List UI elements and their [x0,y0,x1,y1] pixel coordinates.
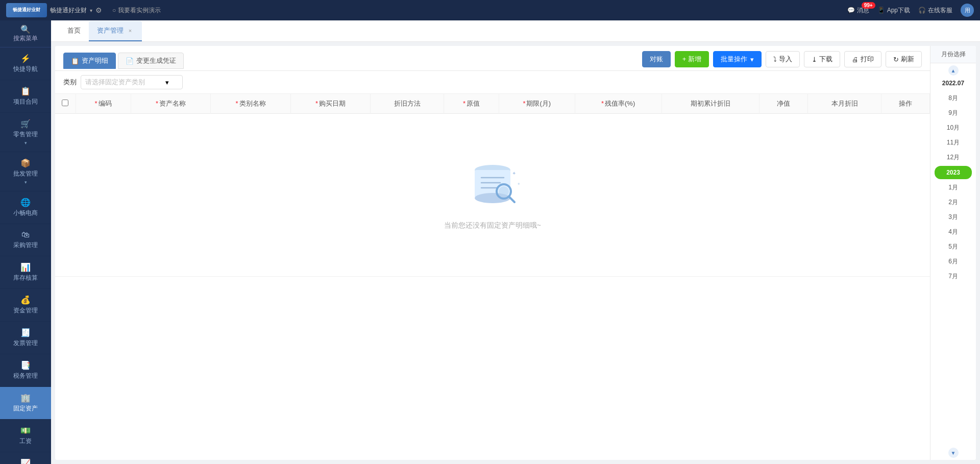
download-icon: 📱 [877,7,885,14]
category-filter-select[interactable]: 请选择固定资产类别 ▾ [81,75,183,89]
sidebar-item-project[interactable]: 📋 项目合同 [0,80,51,113]
month-up-button[interactable]: ▲ [948,65,959,76]
sidebar-item-quick-nav[interactable]: ⚡ 快捷导航 [0,47,51,80]
month-list: 8月 9月 10月 11月 12月 2023 1月 2月 3月 4月 5月 6月… [930,89,976,446]
sidebar-item-label: 小畅电商 [13,209,38,217]
sidebar-item-wholesale[interactable]: 📦 批发管理 ▾ [0,152,51,191]
month-item-7[interactable]: 7月 [930,269,976,284]
sidebar-item-search[interactable]: 🔍 搜索菜单 [0,20,51,47]
empty-illustration: ✦ ✦ [462,160,523,211]
month-nav-down[interactable]: ▼ [930,446,976,460]
add-button[interactable]: + 新增 [675,51,709,67]
svg-text:✦: ✦ [517,182,521,186]
page-content: 📋 资产明细 📄 变更生成凭证 对账 + 新增 [55,46,976,460]
table-header-accumulated-depreciation: 期初累计折旧 [662,94,760,114]
filter-placeholder: 请选择固定资产类别 [85,78,145,87]
batch-operation-button[interactable]: 批量操作 ▾ [713,51,762,67]
main-layout: 🔍 搜索菜单 ⚡ 快捷导航 📋 项目合同 🛒 零售管理 ▾ 📦 批发管理 ▾ 🌐… [0,20,980,464]
retail-arrow-icon: ▾ [24,140,27,145]
month-item-8[interactable]: 8月 [930,91,976,106]
table-header-original-value: *原值 [444,94,499,114]
month-down-button[interactable]: ▼ [948,448,959,458]
month-item-1[interactable]: 1月 [930,180,976,195]
sidebar-item-label: 资金管理 [13,306,38,315]
download-button[interactable]: ⤓ 下载 [804,51,840,67]
sidebar-item-operations[interactable]: 📈 经营管理 [0,452,51,464]
operations-icon: 📈 [20,458,31,464]
project-icon: 📋 [20,86,31,96]
demo-button[interactable]: ○ 我要看实例演示 [112,6,161,15]
empty-state-cell: ✦ ✦ 当前您还没有固定资产明细哦~ [55,114,930,277]
sidebar-item-label: 搜索菜单 [4,34,47,43]
batch-dropdown-icon: ▾ [750,56,754,63]
user-avatar[interactable]: 用 [961,4,974,17]
month-item-year-2023[interactable]: 2023 [935,166,972,179]
demo-icon: ○ [112,7,116,14]
sub-tab-asset-detail[interactable]: 📋 资产明细 [63,53,116,69]
sidebar-item-inventory[interactable]: 📊 库存核算 [0,256,51,289]
table-header-purchase-date: *购买日期 [290,94,371,114]
table-header-period: *期限(月) [499,94,575,114]
app-download-button[interactable]: 📱 App下载 [877,6,910,15]
message-badge: 99+ [862,2,875,9]
inner-content: 📋 资产明细 📄 变更生成凭证 对账 + 新增 [55,46,930,460]
month-nav-up[interactable]: ▲ [930,63,976,78]
month-item-2[interactable]: 2月 [930,195,976,210]
month-item-10[interactable]: 10月 [930,120,976,135]
company-name: 畅捷通好业财 [50,6,87,15]
print-button[interactable]: 🖨 打印 [844,51,881,67]
table-header-residual-rate: *残值率(%) [575,94,662,114]
import-icon: ⤵ [773,56,777,63]
message-button[interactable]: 💬 消息 99+ [847,6,869,15]
table-header-checkbox [55,94,76,114]
refresh-button[interactable]: ↻ 刷新 [886,51,922,67]
tab-close-icon[interactable]: × [127,27,134,34]
select-all-checkbox[interactable] [62,100,68,106]
sidebar-item-purchase[interactable]: 🛍 采购管理 [0,224,51,256]
filter-bar: 类别 请选择固定资产类别 ▾ [55,71,930,94]
sidebar-item-retail[interactable]: 🛒 零售管理 ▾ [0,113,51,152]
online-service-button[interactable]: 🎧 在线客服 [918,6,952,15]
month-item-3[interactable]: 3月 [930,210,976,225]
download-icon: ⤓ [812,56,817,63]
sidebar-item-salary[interactable]: 💵 工资 [0,420,51,452]
topbar: 畅捷通好业财 畅捷通好业财 ▾ ⚙ ○ 我要看实例演示 💬 消息 99+ 📱 A… [0,0,980,20]
import-button[interactable]: ⤵ 导入 [766,51,800,67]
assets-icon: 🏢 [20,393,31,403]
table-header-name: *资产名称 [131,94,211,114]
sidebar-item-finance[interactable]: 💰 资金管理 [0,289,51,322]
message-icon: 💬 [847,7,855,14]
month-item-11[interactable]: 11月 [930,135,976,150]
asset-detail-icon: 📋 [71,57,79,65]
month-item-4[interactable]: 4月 [930,225,976,239]
sidebar-item-tax[interactable]: 📑 税务管理 [0,354,51,387]
sub-tab-change-voucher[interactable]: 📄 变更生成凭证 [118,53,184,69]
invoice-icon: 🧾 [20,328,31,337]
change-voucher-icon: 📄 [126,57,134,65]
settings-icon[interactable]: ⚙ [95,6,102,14]
tab-assets-mgmt[interactable]: 资产管理 × [89,21,142,41]
purchase-icon: 🛍 [21,230,30,239]
table-header-operation: 操作 [881,94,929,114]
content-area: 首页 资产管理 × 📋 资产明细 📄 变更生成凭证 [51,20,980,464]
sidebar-item-invoice[interactable]: 🧾 发票管理 [0,322,51,354]
month-item-9[interactable]: 9月 [930,106,976,120]
sidebar-item-label: 库存核算 [13,274,38,282]
sidebar-item-label: 零售管理 [13,130,38,139]
service-icon: 🎧 [918,7,926,14]
month-item-12[interactable]: 12月 [930,150,976,165]
month-item-5[interactable]: 5月 [930,239,976,254]
tab-home[interactable]: 首页 [59,21,89,41]
month-item-6[interactable]: 6月 [930,254,976,269]
tax-icon: 📑 [20,360,31,370]
print-icon: 🖨 [852,56,859,63]
sidebar-item-assets[interactable]: 🏢 固定资产 [0,387,51,420]
table-container[interactable]: *编码 *资产名称 *类别名称 *购买日期 折旧方法 *原值 *期限(月) *残… [55,94,930,460]
month-year-display: 2022.07 [930,78,976,89]
sidebar-item-ecommerce[interactable]: 🌐 小畅电商 [0,191,51,224]
table-header-monthly-depreciation: 本月折旧 [808,94,881,114]
table-header-net-value: 净值 [760,94,808,114]
company-dropdown-icon[interactable]: ▾ [90,8,92,13]
sidebar-item-label: 批发管理 [13,169,38,178]
reconcile-button[interactable]: 对账 [642,51,671,67]
